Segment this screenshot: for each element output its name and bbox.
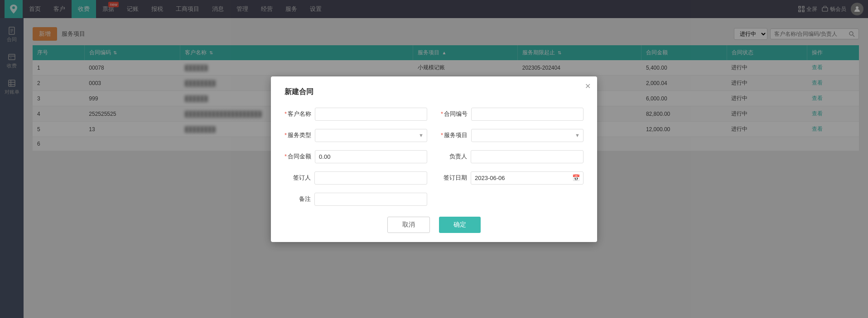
form-group-service-item: *服务项目 ▼	[441, 129, 583, 142]
form-group-customer: *客户名称	[285, 108, 427, 121]
modal-footer: 取消 确定	[285, 217, 583, 233]
form-group-responsible: 负责人	[441, 150, 583, 163]
calendar-icon[interactable]: 📅	[572, 174, 580, 181]
modal-overlay[interactable]: ✕ 新建合同 *客户名称 *合同编号 *服务类型	[0, 0, 868, 318]
remark-input[interactable]	[314, 193, 427, 206]
modal-title: 新建合同	[285, 87, 583, 97]
signer-label: 签订人	[285, 174, 311, 182]
service-item-wrapper: ▼	[471, 129, 583, 142]
new-contract-modal: ✕ 新建合同 *客户名称 *合同编号 *服务类型	[271, 76, 597, 242]
form-group-service-type: *服务类型 ▼	[285, 129, 427, 142]
amount-label: *合同金额	[285, 152, 311, 161]
remark-label: 备注	[285, 195, 311, 203]
form-row-2: *服务类型 ▼ *服务项目 ▼	[285, 129, 583, 142]
responsible-input[interactable]	[471, 150, 583, 163]
form-row-1: *客户名称 *合同编号	[285, 108, 583, 121]
service-type-wrapper: ▼	[315, 129, 427, 142]
form-group-sign-date: 签订日期 📅	[441, 171, 583, 185]
amount-input[interactable]	[315, 150, 427, 163]
modal-close-button[interactable]: ✕	[585, 82, 591, 90]
form-row-4: 签订人 签订日期 📅	[285, 171, 583, 185]
service-item-label: *服务项目	[441, 131, 468, 139]
form-row-5: 备注	[285, 193, 583, 206]
form-group-amount: *合同金额	[285, 150, 427, 163]
service-type-label: *服务类型	[285, 131, 311, 139]
sign-date-label: 签订日期	[441, 174, 467, 182]
customer-name-label: *客户名称	[285, 110, 311, 118]
service-item-select[interactable]	[471, 129, 583, 142]
sign-date-wrapper: 📅	[471, 171, 583, 185]
contract-no-input[interactable]	[471, 108, 583, 121]
confirm-button[interactable]: 确定	[439, 217, 481, 233]
signer-input[interactable]	[314, 171, 427, 185]
contract-no-label: *合同编号	[441, 110, 468, 118]
form-row-3: *合同金额 负责人	[285, 150, 583, 163]
form-group-contract-no: *合同编号	[441, 108, 583, 121]
customer-name-input[interactable]	[315, 108, 427, 121]
form-group-remark: 备注	[285, 193, 427, 206]
cancel-button[interactable]: 取消	[387, 217, 430, 233]
form-group-empty	[441, 193, 583, 206]
service-type-select[interactable]	[315, 129, 427, 142]
responsible-label: 负责人	[441, 152, 467, 161]
sign-date-input[interactable]	[471, 171, 583, 185]
form-group-signer: 签订人	[285, 171, 427, 185]
